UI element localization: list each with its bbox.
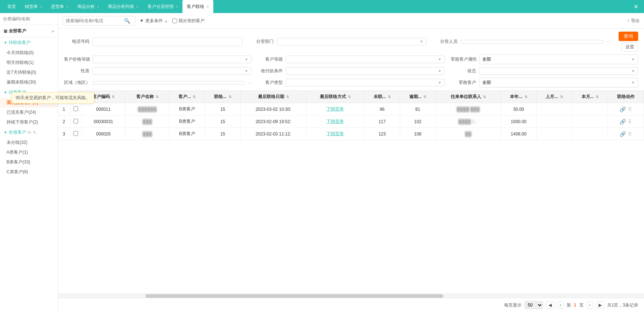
zero-attr-select[interactable]: 全部▼ bbox=[479, 54, 638, 64]
my-customers-checkbox[interactable] bbox=[172, 19, 177, 23]
customer-level-select[interactable]: ▼ bbox=[286, 56, 445, 63]
tab-home[interactable]: 首页 bbox=[3, 0, 20, 13]
row3-link-icon[interactable]: 🔗 bbox=[620, 131, 626, 137]
tab-analysis-list[interactable]: 商品分析列表 × bbox=[104, 0, 143, 13]
row1-link-icon[interactable]: 🔗 bbox=[620, 106, 626, 112]
gender-label: 性质 bbox=[64, 68, 89, 74]
refresh-icon[interactable]: ↻ bbox=[28, 130, 31, 135]
first-page-btn[interactable]: ◀ bbox=[546, 301, 554, 309]
gender-select[interactable]: ▼ bbox=[92, 67, 251, 75]
tab-sales-close[interactable]: × bbox=[40, 4, 42, 9]
next-page-btn[interactable]: › bbox=[587, 301, 593, 309]
search-submit-icon[interactable]: 🔍 bbox=[124, 18, 130, 24]
per-page-select[interactable]: 50 100 bbox=[524, 301, 543, 309]
tab-customer-tier-close[interactable]: × bbox=[176, 4, 178, 9]
row2-code[interactable]: 00030031 bbox=[81, 116, 125, 128]
row3-checkbox[interactable] bbox=[70, 128, 81, 140]
sidebar-group-pending-contact[interactable]: ▼ 待联络客户 bbox=[0, 37, 58, 48]
row2-link-icon[interactable]: 🔗 bbox=[620, 119, 626, 125]
filter-payment: 收付款条件 ▼ bbox=[257, 67, 445, 75]
dept-select[interactable]: ▼ bbox=[277, 38, 427, 45]
row2-checkbox[interactable] bbox=[70, 116, 81, 128]
sidebar: 🔍 ⊞ 全部客户 « ▼ 待联络客户 今天待联络(0) 明天待联络(1) 近7天… bbox=[0, 13, 58, 312]
row1-more-icon[interactable]: ⠿ bbox=[628, 106, 632, 112]
row2-more-icon[interactable]: ⠿ bbox=[628, 119, 632, 125]
sidebar-item-today-contact[interactable]: 今天待联络(0) bbox=[0, 48, 58, 58]
row3-overdue: 108 bbox=[400, 128, 435, 140]
zero-customer-select[interactable]: 全部▼ bbox=[479, 78, 638, 88]
row1-type: B类客户 bbox=[169, 103, 205, 116]
row3-method[interactable]: 下销货单 bbox=[306, 128, 364, 140]
tab-purchase[interactable]: 进货单 × bbox=[47, 0, 73, 13]
sidebar-item-class-c[interactable]: C类客户(6) bbox=[0, 167, 58, 177]
sidebar-item-7day-contact[interactable]: 近7天待联络(0) bbox=[0, 68, 58, 77]
region-select[interactable] bbox=[92, 81, 245, 85]
price-level-select[interactable]: ▼ bbox=[92, 56, 251, 63]
row3-more-icon[interactable]: ⠿ bbox=[628, 131, 632, 137]
filter-more-btn[interactable]: ▼ 更多条件 ▲ bbox=[140, 18, 168, 24]
sidebar-item-class-a[interactable]: A类客户(1) bbox=[0, 147, 58, 157]
phone-input[interactable] bbox=[92, 37, 242, 46]
customer-type-select[interactable]: ▼ bbox=[286, 79, 445, 86]
tab-sales[interactable]: 销货单 × bbox=[20, 0, 47, 13]
tab-analysis-close[interactable]: × bbox=[97, 4, 99, 9]
export-btn[interactable]: ↑ 导出 bbox=[627, 18, 640, 24]
row1-method[interactable]: 下销货单 bbox=[306, 103, 364, 116]
edit-icon[interactable]: ✎ bbox=[33, 130, 36, 135]
sidebar-item-ungrouped[interactable]: 未分组(32) bbox=[0, 138, 58, 147]
sidebar-collapse-btn[interactable]: « bbox=[52, 29, 54, 34]
person-more-btn[interactable]: ··· bbox=[607, 39, 611, 44]
row2-contact-person: ████ 3... bbox=[436, 116, 501, 128]
row1-last-month bbox=[536, 103, 572, 116]
sort-icon-contact: ⇅ bbox=[229, 95, 232, 99]
close-window-btn[interactable]: ✕ bbox=[631, 3, 641, 10]
customer-table: ⚙ 客户编码 ⇅ 客户名称 ⇅ 客户... bbox=[58, 91, 644, 140]
th-last-contact-date[interactable]: 最后联络日期 ⇅ bbox=[241, 91, 306, 103]
row1-checkbox[interactable] bbox=[70, 103, 81, 116]
sidebar-all-customers[interactable]: ⊞ 全部客户 « bbox=[0, 25, 58, 37]
sidebar-item-overdue-contact[interactable]: 逾期未联络(30) bbox=[0, 77, 58, 87]
filter-person: 分管人员 ··· bbox=[432, 39, 611, 45]
th-this-year[interactable]: 本年... ⇅ bbox=[501, 91, 536, 103]
tab-purchase-close[interactable]: × bbox=[66, 4, 68, 9]
th-last-contact-method[interactable]: 最后联络方式 ⇅ bbox=[306, 91, 364, 103]
settings-btn[interactable]: 设置 bbox=[621, 42, 638, 52]
th-last-month[interactable]: 上月... ⇅ bbox=[536, 91, 572, 103]
sidebar-item-tomorrow-contact[interactable]: 明天待联络(1) bbox=[0, 58, 58, 68]
sidebar-group-value-customers[interactable]: ▼ 价值客户 ↻ ✎ bbox=[0, 127, 58, 138]
tab-customer-tier[interactable]: 客户分层经营 × bbox=[143, 0, 182, 13]
my-customers-checkbox-wrap[interactable]: 我分管的客户 bbox=[172, 18, 205, 24]
filter-status: 状态 ▼ bbox=[451, 67, 638, 75]
row2-last-month bbox=[536, 116, 572, 128]
scrollbar-thumb[interactable] bbox=[145, 294, 443, 298]
row2-method[interactable]: 下销货单 bbox=[306, 116, 364, 128]
sidebar-search-input[interactable] bbox=[3, 16, 57, 21]
tab-analysis-list-close[interactable]: × bbox=[136, 4, 138, 9]
sidebar-item-class-b[interactable]: B类客户(33) bbox=[0, 157, 58, 167]
th-uncontacted[interactable]: 未联... ⇅ bbox=[364, 91, 400, 103]
row1-code[interactable]: 000011 bbox=[81, 103, 125, 116]
prev-page-btn[interactable]: ‹ bbox=[557, 301, 564, 309]
page-prefix: 第 bbox=[567, 302, 571, 308]
th-customer-type[interactable]: 客户... ⇅ bbox=[169, 91, 205, 103]
sidebar-item-declining[interactable]: 持续下滑客户(2) bbox=[0, 117, 58, 127]
tab-analysis[interactable]: 商品分析 × bbox=[73, 0, 104, 13]
th-contact-person[interactable]: 往来单位联系人 ⇅ bbox=[436, 91, 501, 103]
status-select[interactable]: ▼ bbox=[479, 67, 638, 75]
th-contact[interactable]: 联络... ⇅ bbox=[205, 91, 241, 103]
payment-select[interactable]: ▼ bbox=[286, 67, 445, 75]
sort-icon-overdue: ⇅ bbox=[423, 95, 426, 99]
th-overdue[interactable]: 逾期... ⇅ bbox=[400, 91, 435, 103]
person-select[interactable] bbox=[460, 40, 604, 44]
th-this-month[interactable]: 本月... ⇅ bbox=[572, 91, 608, 103]
last-page-btn[interactable]: ▶ bbox=[596, 301, 604, 309]
tab-customer-contact[interactable]: 客户联络 × bbox=[182, 0, 213, 13]
row3-code[interactable]: 000026 bbox=[81, 128, 125, 140]
th-customer-name[interactable]: 客户名称 ⇅ bbox=[125, 91, 169, 103]
tab-customer-contact-close[interactable]: × bbox=[206, 4, 209, 9]
region-more-btn[interactable]: ··· bbox=[248, 80, 251, 85]
sidebar-item-churned[interactable]: 已流失客户(24) bbox=[0, 108, 58, 117]
horizontal-scrollbar[interactable] bbox=[58, 293, 644, 298]
search-input[interactable] bbox=[66, 18, 124, 23]
query-btn[interactable]: 查询 bbox=[619, 32, 638, 41]
